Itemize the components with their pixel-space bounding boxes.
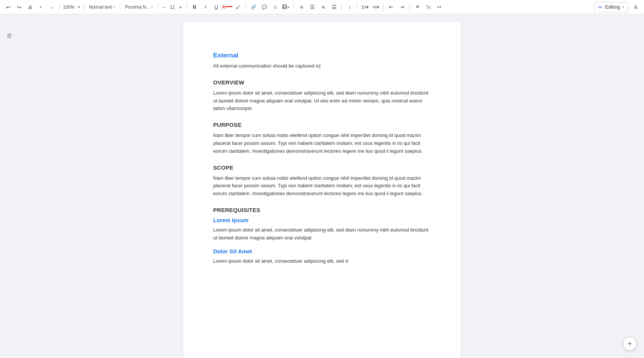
text-cursor xyxy=(320,64,320,69)
list-group: 1≡▾ •≡▾ xyxy=(360,2,381,12)
divider-7 xyxy=(293,3,294,11)
purpose-heading: PURPOSE xyxy=(213,122,431,128)
undo-button[interactable]: ↩ xyxy=(3,2,14,12)
divider-9 xyxy=(357,3,357,11)
external-heading: External xyxy=(213,52,431,59)
outline-icon: ☰ xyxy=(7,33,12,39)
dolor-body: Lorem ipsum dolor sit amet, consectetuer… xyxy=(213,257,431,265)
pencil-icon: ✏ xyxy=(598,4,603,10)
print-button[interactable]: 🖨 xyxy=(25,2,35,12)
divider-6 xyxy=(245,3,246,11)
paint-format-button[interactable]: ⬦ xyxy=(47,2,57,12)
line-spacing-group: ↕ xyxy=(344,2,355,12)
external-body: All external communication should be cap… xyxy=(213,62,431,70)
lorem-ipsum-subsection: Lorem Ipsum Lorem ipsum dolor sit amet, … xyxy=(213,217,431,242)
text-format-group: B I U A 🖊 xyxy=(189,2,243,12)
main-area: ☰ External All external communication sh… xyxy=(0,0,644,358)
redo-button[interactable]: ↪ xyxy=(14,2,24,12)
font-family-label: Proxima N... xyxy=(125,5,150,10)
scope-heading: SCOPE xyxy=(213,164,431,171)
history-group: ↩ ↪ 🖨 ✓ ⬦ xyxy=(3,2,57,12)
left-gutter: ☰ xyxy=(0,14,19,358)
underline-button[interactable]: U xyxy=(211,2,221,12)
numbered-list-button[interactable]: 1≡▾ xyxy=(360,2,370,12)
dolor-subsection: Dolor Sit Amet Lorem ipsum dolor sit ame… xyxy=(213,248,431,265)
font-size-group: − 11 + xyxy=(160,2,184,12)
lorem-ipsum-body: Lorem ipsum dolor sit amet, consectetuer… xyxy=(213,226,431,242)
prerequisites-heading: PREREQUISITES xyxy=(213,207,431,213)
divider-1 xyxy=(59,3,60,11)
align-left-button[interactable]: ≡ xyxy=(296,2,307,12)
align-right-button[interactable]: ≡ xyxy=(318,2,328,12)
text-format-clear-button[interactable]: Tx xyxy=(423,2,433,12)
right-gutter xyxy=(625,14,644,358)
overview-body: Lorem ipsum dolor sit amet, consectetuer… xyxy=(213,89,431,113)
font-size-value[interactable]: 11 xyxy=(168,5,176,10)
editing-chevron: ▾ xyxy=(622,5,624,9)
divider-3 xyxy=(120,3,120,11)
italic-button[interactable]: I xyxy=(200,2,211,12)
comment-button[interactable]: 💬 xyxy=(259,2,269,12)
align-justify-button[interactable]: ☰ xyxy=(329,2,339,12)
font-family-group: Proxima N... ▾ xyxy=(122,2,155,12)
text-color-button[interactable]: A xyxy=(222,2,232,12)
bold-button[interactable]: B xyxy=(189,2,200,12)
insert-group: 🔗 💬 ☺ ⛾▾ xyxy=(248,2,291,12)
divider-11 xyxy=(409,3,410,11)
spellcheck-button[interactable]: ✓ xyxy=(36,2,46,12)
lorem-ipsum-subheading: Lorem Ipsum xyxy=(213,217,431,223)
highlight-button[interactable]: 🖊 xyxy=(233,2,243,12)
font-family-chevron: ▾ xyxy=(151,5,153,9)
divider-5 xyxy=(187,3,187,11)
document-area[interactable]: External All external communication shou… xyxy=(19,14,625,358)
divider-2 xyxy=(84,3,84,11)
image-button[interactable]: ⛾▾ xyxy=(281,2,291,12)
link-button[interactable]: 🔗 xyxy=(248,2,259,12)
font-size-increase-button[interactable]: + xyxy=(177,2,184,12)
divider-4 xyxy=(158,3,158,11)
overview-section: OVERVIEW Lorem ipsum dolor sit amet, con… xyxy=(213,79,431,113)
increase-indent-button[interactable]: ⇥ xyxy=(397,2,407,12)
purpose-section: PURPOSE Nam liber tempor cum soluta nobi… xyxy=(213,122,431,155)
zoom-value[interactable]: 100% xyxy=(62,5,75,10)
line-spacing-button[interactable]: ↕ xyxy=(344,2,355,12)
paragraph-style-group: Normal text ▾ xyxy=(86,2,117,12)
align-center-button[interactable]: ☰ xyxy=(307,2,317,12)
divider-10 xyxy=(383,3,384,11)
paragraph-style-select[interactable]: Normal text ▾ xyxy=(86,2,117,12)
clear-formatting-button[interactable]: ✕ xyxy=(412,2,423,12)
editing-label: Editing xyxy=(605,4,620,10)
add-icon: + xyxy=(627,340,632,348)
dolor-subheading: Dolor Sit Amet xyxy=(213,248,431,254)
decrease-indent-button[interactable]: ⇤ xyxy=(386,2,396,12)
purpose-body: Nam liber tempor cum soluta nobis eleife… xyxy=(213,132,431,155)
scope-section: SCOPE Nam liber tempor cum soluta nobis … xyxy=(213,164,431,198)
overview-heading: OVERVIEW xyxy=(213,79,431,86)
prerequisites-section: PREREQUISITES Lorem Ipsum Lorem ipsum do… xyxy=(213,207,431,265)
indent3-button[interactable]: ↦ xyxy=(434,2,444,12)
clear-group: ✕ Tx ↦ xyxy=(412,2,444,12)
paragraph-style-chevron: ▾ xyxy=(113,5,115,9)
scope-body: Nam liber tempor cum soluta nobis eleife… xyxy=(213,174,431,198)
font-family-select[interactable]: Proxima N... ▾ xyxy=(122,2,155,12)
indent-group: ⇤ ⇥ xyxy=(386,2,407,12)
font-size-decrease-button[interactable]: − xyxy=(160,2,168,12)
editing-mode-button[interactable]: ✏ Editing ▾ xyxy=(594,2,628,12)
zoom-group: 100% ▾ xyxy=(62,2,81,12)
emoji-button[interactable]: ☺ xyxy=(270,2,280,12)
external-body-text: All external communication should be cap… xyxy=(213,63,319,69)
collapse-button[interactable]: ∧ xyxy=(630,2,641,12)
divider-8 xyxy=(342,3,342,11)
bulleted-list-button[interactable]: •≡▾ xyxy=(370,2,381,12)
document-page: External All external communication shou… xyxy=(183,22,461,358)
sidebar-toggle-button[interactable]: ☰ xyxy=(4,31,14,41)
toolbar: ↩ ↪ 🖨 ✓ ⬦ 100% ▾ Normal text ▾ Proxima N… xyxy=(0,0,644,14)
alignment-group: ≡ ☰ ≡ ☰ xyxy=(296,2,339,12)
zoom-chevron[interactable]: ▾ xyxy=(76,2,81,12)
external-section: External All external communication shou… xyxy=(213,52,431,70)
add-button[interactable]: + xyxy=(623,337,636,350)
paragraph-style-label: Normal text xyxy=(89,5,112,10)
